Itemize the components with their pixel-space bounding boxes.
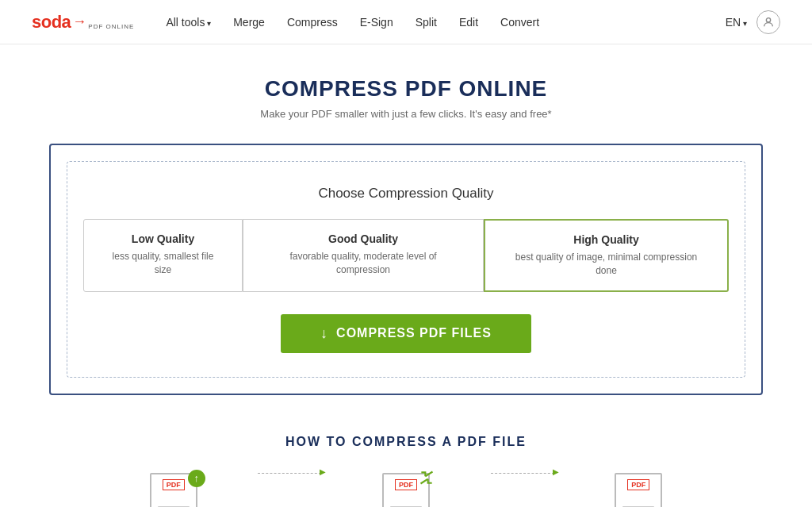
page-subtitle: Make your PDF smaller with just a few cl… — [16, 108, 796, 120]
nav-edit[interactable]: Edit — [459, 16, 478, 29]
arrow-line-2 — [491, 473, 554, 474]
quality-low[interactable]: Low Quality less quality, smallest file … — [83, 219, 243, 292]
main-content: COMPRESS PDF ONLINE Make your PDF smalle… — [0, 44, 812, 507]
compress-button-icon: ↓ — [320, 325, 328, 342]
step-arrow-2 — [491, 473, 554, 505]
quality-low-title: Low Quality — [103, 232, 223, 245]
step-1-upload-badge: ↑ — [188, 470, 205, 487]
quality-options-group: Low Quality less quality, smallest file … — [83, 219, 729, 292]
svg-line-2 — [420, 478, 427, 483]
tool-container: Choose Compression Quality Low Quality l… — [49, 144, 763, 395]
steps-container: ↑ 1. Choose a file to compress — [89, 473, 723, 507]
compression-section-title: Choose Compression Quality — [83, 186, 729, 202]
quality-good[interactable]: Good Quality favorable quality, moderate… — [243, 219, 484, 292]
step-2: 2. Automatic Size Reduction — [321, 473, 490, 507]
step-2-icon-area — [374, 473, 438, 507]
arrow-line-1 — [258, 473, 321, 474]
compress-button-label: COMPRESS PDF FILES — [336, 326, 492, 340]
step-1-icon-area: ↑ — [142, 473, 205, 507]
how-to-section: HOW TO COMPRESS A PDF FILE ↑ 1. Choose — [16, 435, 796, 507]
logo-soda-text: soda — [32, 12, 71, 33]
nav-all-tools[interactable]: All tools — [166, 16, 211, 29]
logo-tagline: PDF ONLINE — [88, 24, 134, 30]
step-3-icon-area: ↓ — [607, 473, 670, 507]
logo[interactable]: soda → PDF ONLINE — [32, 12, 134, 33]
nav-split[interactable]: Split — [416, 16, 437, 29]
nav-compress[interactable]: Compress — [287, 16, 338, 29]
logo-arrow-icon: → — [72, 13, 86, 30]
step-arrow-1 — [258, 473, 321, 505]
how-to-title: HOW TO COMPRESS A PDF FILE — [16, 435, 796, 449]
nav-right: EN — [726, 10, 780, 34]
language-selector[interactable]: EN — [726, 16, 747, 29]
quality-low-desc: less quality, smallest file size — [103, 250, 223, 277]
quality-good-title: Good Quality — [262, 232, 464, 245]
svg-line-1 — [425, 471, 432, 476]
nav-esign[interactable]: E-Sign — [360, 16, 393, 29]
quality-high-title: High Quality — [504, 233, 708, 246]
main-nav: All tools Merge Compress E-Sign Split Ed… — [166, 16, 725, 29]
nav-merge[interactable]: Merge — [233, 16, 265, 29]
user-account-icon[interactable] — [756, 10, 780, 34]
page-title: COMPRESS PDF ONLINE — [16, 76, 796, 102]
step-2-compress-arrows-icon — [419, 470, 435, 488]
step-3-pdf-doc — [615, 473, 662, 507]
nav-convert[interactable]: Convert — [500, 16, 539, 29]
quality-high[interactable]: High Quality best quality of image, mini… — [484, 219, 729, 292]
compress-pdf-button[interactable]: ↓ COMPRESS PDF FILES — [281, 314, 531, 353]
header: soda → PDF ONLINE All tools Merge Compre… — [0, 0, 812, 44]
svg-point-0 — [766, 17, 770, 21]
upload-drop-area[interactable]: Choose Compression Quality Low Quality l… — [67, 161, 745, 378]
quality-good-desc: favorable quality, moderate level of com… — [262, 250, 464, 277]
step-3: ↓ 3. View and Download — [554, 473, 723, 507]
step-1: ↑ 1. Choose a file to compress — [89, 473, 258, 507]
quality-high-desc: best quality of image, minimal compressi… — [504, 251, 708, 278]
